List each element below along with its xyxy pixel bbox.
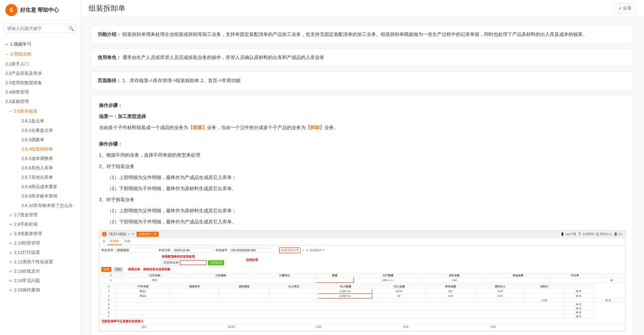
sidebar-item-mobile[interactable]: + 2.8手机旺铺 — [0, 220, 80, 229]
screenshot-mockup: 6 TEST-H002 ▾ ⚙ 创建新的一张 📱 App下载 ❓ 在线帮助 🏠 … — [99, 230, 626, 331]
sidebar-item-cases[interactable]: + 2.15操作案例 — [0, 285, 80, 295]
sidebar-nav: + 1.视频学习 − 2.帮助文档 2.1新手入门 2.2产品安装及登录 2.3… — [0, 37, 80, 335]
sidebar-item-prepare[interactable]: 2.3使用前数据准备 — [0, 78, 80, 88]
sidebar-item-cost-calc[interactable]: 2.6.8商品成本重算 — [16, 182, 80, 191]
screenshot-topbar: 6 TEST-H002 ▾ ⚙ 创建新的一张 📱 App下载 ❓ 在线帮助 🏠 … — [99, 231, 625, 238]
screenshot-table-2: # *子件名称 规格型号 损耗规格 出入单位 *出入数量 *出入金额 库存金额 … — [101, 284, 623, 319]
cell-qty — [316, 278, 354, 282]
main-area: 组装拆卸单 ↗ 分享 功能介绍： 组装拆卸单用来处理企业组装或拆卸等加工业务，支… — [80, 0, 644, 335]
footer-total1: 89.00 — [189, 325, 274, 329]
sidebar-item-payment[interactable]: + 2.13在线支付 — [0, 267, 80, 276]
cancel-icon: ✕ — [306, 248, 309, 252]
role-text: 通常由生产人员或库管人员完成拆装业务的操作，库管人员确认原材料的出库和产成品的入… — [122, 55, 324, 60]
cell-parent-spec — [189, 278, 253, 282]
cell2-empty — [116, 302, 564, 306]
sidebar-item-video[interactable]: + 1.视频学习 — [0, 39, 80, 49]
cell2-addto — [564, 298, 593, 302]
col-other: 其他金额 — [486, 273, 550, 278]
sidebar-item-inventory[interactable]: − 2.6库存核算 — [0, 106, 80, 116]
sidebar-item-label: 2.12系统个性化设置 — [14, 259, 53, 265]
cell-unit — [253, 278, 316, 282]
search-input[interactable] — [4, 24, 76, 33]
sidebar-item-docs[interactable]: − 2.帮助文档 — [0, 49, 80, 59]
footer-label: 合计 — [101, 325, 187, 329]
cell2-name: 商品2 — [116, 293, 170, 298]
step2: 2、对于组装业务 — [99, 162, 626, 171]
col2-addto: 加到/V — [525, 284, 564, 289]
cell2-io-amount: 30.00 — [372, 289, 426, 293]
sidebar-item-coupon[interactable]: + 2.9优惠券管理 — [0, 229, 80, 238]
sidebar-item-other-out[interactable]: 2.6.7其他出库单 — [16, 173, 80, 182]
function-intro-label: 功能介绍： — [98, 32, 121, 37]
cell2-loss — [219, 289, 269, 293]
col-cost: 成本金额 — [422, 273, 486, 278]
cell2-empty — [116, 310, 564, 314]
expand-icon: + — [9, 269, 12, 274]
annotation-text-1: 有装配清单的在这里处理 — [162, 255, 226, 259]
screenshot-footer: 合计 89.00 0.00 0.00 0.00 — [101, 324, 623, 329]
cell2-action: ⊞ ⊟ — [564, 289, 593, 293]
cell2-addto — [525, 289, 564, 293]
sidebar-item-purchase[interactable]: 2.5采购管理 — [0, 97, 80, 106]
table-row: 5 ⊞ ⊟ — [102, 306, 623, 310]
expand-icon: + — [9, 250, 12, 255]
cell2-num: 2 — [102, 293, 116, 298]
sidebar-item-finance[interactable]: + 2.7资金管理 — [0, 210, 80, 220]
expand-icon: + — [9, 240, 12, 246]
sidebar-item-stocktake[interactable]: 2.6.1盘点单 — [16, 116, 80, 126]
search-button[interactable]: 🔍 — [68, 26, 74, 31]
annotation-input — [180, 260, 207, 265]
cell2-action: ⊞ ⊟ — [564, 306, 593, 310]
screenshot-nav: ☰ 新增单 列表 — [99, 238, 625, 245]
cell-action: ⊞ — [600, 278, 623, 282]
sidebar-item-ops[interactable]: + 2.10经营管理 — [0, 238, 80, 248]
cell2-action: ⊞ ⊟ — [564, 310, 593, 314]
sidebar-item-install[interactable]: 2.2产品安装及登录 — [0, 69, 80, 78]
sidebar-item-label: 2.15操作案例 — [14, 287, 40, 293]
sidebar-item-transfer[interactable]: 2.6.3调拨单 — [16, 135, 80, 145]
cell2-num: 4 — [102, 302, 116, 306]
expand-icon: + — [9, 212, 12, 218]
sidebar-item-newcomer[interactable]: 2.1新手入门 — [0, 59, 80, 69]
step3-2: （2）下部明细为子件明细，最终作为产成品生成其它入库单。 — [107, 218, 626, 226]
share-label: 分享 — [623, 5, 632, 11]
sidebar-item-sales[interactable]: 2.4销售管理 — [0, 88, 80, 97]
sidebar-item-label: 2.13在线支付 — [14, 268, 40, 274]
sidebar-item-print[interactable]: + 2.11打印设置 — [0, 248, 80, 257]
cell2-spec — [170, 289, 219, 293]
sidebar-item-other-in[interactable]: 2.6.6其他入库单 — [16, 163, 80, 173]
function-intro-block: 功能介绍： 组装拆卸单用来处理企业组装或拆卸等加工业务，支持有固定装配清单的产品… — [91, 25, 633, 44]
sidebar-item-assembly[interactable]: 2.6.4组装拆卸单 — [16, 145, 80, 154]
sidebar-item-custom[interactable]: + 2.12系统个性化设置 — [0, 257, 80, 267]
sidebar-item-label: 2.帮助文档 — [10, 51, 31, 57]
screenshot-form: 单据类型 单据日期 单据编号 选择装配清单 ✓ ✕ 其他操作 ▾ — [99, 245, 625, 331]
col2-actions — [564, 284, 593, 289]
col2-stock-amount: 库存金额 — [426, 284, 475, 289]
sidebar-item-cost-adjust[interactable]: 2.6.5成本调整单 — [16, 154, 80, 163]
sidebar-item-faq[interactable]: + 2.14常见问题 — [0, 276, 80, 285]
page-title: 组装拆卸单 — [89, 3, 125, 13]
sidebar-item-stock-error[interactable]: 2.6.10库存账本错了怎么办 — [16, 201, 80, 210]
cell2-io-unit — [269, 293, 319, 298]
screenshot-new-btn: 创建新的一张 — [137, 232, 159, 237]
logo-icon: 6 — [5, 4, 17, 16]
footer-total3: 0.00 — [363, 325, 449, 329]
sidebar-item-split-stocktake[interactable]: 2.6.2分量盘点单 — [16, 126, 80, 135]
role-label: 使用角色： — [98, 55, 121, 60]
footer-total4: 0.00 — [450, 325, 536, 329]
col2-num: # — [102, 284, 116, 289]
cell2-stock: 301 — [426, 289, 475, 293]
type-disassembly-btn: 拆卸 — [113, 267, 123, 272]
col2-io-unit: 出入单位 — [269, 284, 319, 289]
cell2-num: 5 — [102, 306, 116, 310]
step1: 1、根据不同的业务，选择不同单据的类型来处理 — [99, 151, 626, 159]
share-button[interactable]: ↗ 分享 — [613, 3, 636, 13]
cell2-accum: 0.00 — [475, 293, 525, 298]
footer-total2: 0.00 — [276, 325, 362, 329]
sidebar-item-stock-query[interactable]: 2.6.9库存账本查询 — [16, 191, 80, 201]
sidebar-item-label: 2.10经营管理 — [14, 240, 40, 246]
cell2-num: 3 — [102, 298, 116, 302]
annotation-input-area: 供货商名称 立即处理 — [162, 260, 226, 266]
path-block: 页面路径： 1、库存核算->库存管理->组装拆卸单 2、首页->常用功能 — [91, 71, 633, 90]
cell-parent-name: 米米 — [120, 278, 189, 282]
